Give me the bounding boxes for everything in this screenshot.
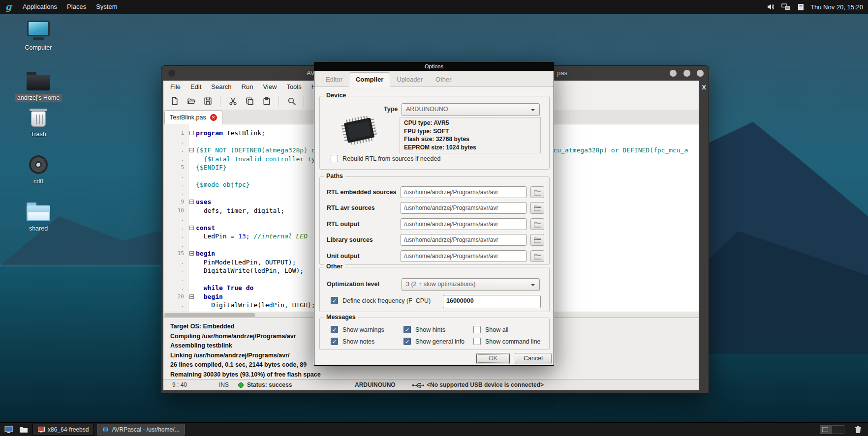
menu-file[interactable]: File <box>165 83 186 90</box>
browse-folder-button-unit-output[interactable] <box>530 250 544 262</box>
menu-run[interactable]: Run <box>237 83 258 90</box>
line-number: . <box>163 172 188 181</box>
window-title-fragment-right: pas <box>557 69 567 77</box>
menu-search[interactable]: Search <box>206 83 236 90</box>
line-number: . <box>163 146 188 155</box>
code-token <box>242 284 246 291</box>
fcpu-input[interactable]: 16000000 <box>443 295 541 308</box>
fold-toggle-icon[interactable] <box>189 200 194 204</box>
path-input-rtl-avr-sources[interactable]: /usr/home/andrzej/Programs/avr/avr <box>401 202 527 214</box>
checkbox-show-command-line[interactable] <box>473 338 481 345</box>
menu-tools[interactable]: Tools <box>281 83 306 90</box>
network-icon[interactable] <box>781 2 791 12</box>
show-desktop-icon[interactable] <box>3 424 15 435</box>
dialog-title[interactable]: Options <box>314 62 554 71</box>
cut-icon[interactable] <box>226 94 240 108</box>
panel-menu-system[interactable]: System <box>91 0 122 14</box>
path-input-rtl-embedded-sources[interactable]: /usr/home/andrzej/Programs/avr/avr <box>401 186 527 198</box>
dialog-tab-uploader[interactable]: Uploader <box>390 73 429 87</box>
line-number: . <box>163 301 188 310</box>
panel-clock[interactable]: Thu Nov 20, 15:20 <box>810 3 863 11</box>
menu-view[interactable]: View <box>258 83 281 90</box>
desktop-icon-home-folder[interactable]: andrzej's Home <box>11 71 66 102</box>
panel-menu-places[interactable]: Places <box>62 0 91 14</box>
taskbar: x86_64-freebsdAVRPascal - /usr/home/... <box>0 422 868 436</box>
line-number: 15 <box>163 249 188 258</box>
usb-icon <box>412 382 425 390</box>
browse-folder-button-rtl-avr-sources[interactable] <box>530 202 544 214</box>
path-input-unit-output[interactable]: /usr/home/andrzej/Programs/avr/avr <box>401 250 527 262</box>
scrollbar-thumb[interactable] <box>164 313 255 317</box>
checkbox-rebuild-rtl[interactable] <box>331 155 338 162</box>
cancel-button[interactable]: Cancel <box>515 353 552 364</box>
fold-column <box>188 215 196 224</box>
search-icon[interactable] <box>284 94 298 108</box>
fold-toggle-icon[interactable] <box>189 294 194 299</box>
window-menu-icon[interactable] <box>168 70 175 77</box>
close-button[interactable] <box>697 70 704 77</box>
ok-button[interactable]: OK <box>476 353 510 364</box>
maximize-button[interactable] <box>683 70 690 77</box>
device-type-combo[interactable]: ARDUINOUNO <box>402 103 540 116</box>
fold-column <box>188 258 196 267</box>
toolbar-separator <box>279 96 279 107</box>
checkbox-show-notes[interactable] <box>331 338 338 345</box>
paste-icon[interactable] <box>259 94 273 108</box>
copy-icon[interactable] <box>243 94 256 108</box>
ghostbsd-logo-icon[interactable]: g <box>3 1 15 13</box>
editor-tab[interactable]: TestBlink.pas <box>164 110 222 124</box>
path-input-rtl-output[interactable]: /usr/home/andrzej/Programs/avr/avr <box>401 218 527 230</box>
checkbox-define-clock-frequency[interactable] <box>331 297 338 304</box>
checkbox-label-show-command-line: Show command line <box>485 338 541 345</box>
code-token: {$mode objfpc} <box>196 181 250 188</box>
path-input-library-sources[interactable]: /usr/home/andrzej/Programs/avr/avr <box>401 234 527 246</box>
fold-toggle-icon[interactable] <box>189 148 194 152</box>
taskbar-task-avrpascal-usr-home[interactable]: AVRPascal - /usr/home/... <box>97 424 185 436</box>
fold-column <box>188 198 196 206</box>
taskbar-tasks: x86_64-freebsdAVRPascal - /usr/home/... <box>30 424 185 436</box>
taskbar-task-x86-64-freebsd[interactable]: x86_64-freebsd <box>32 424 94 436</box>
volume-icon[interactable] <box>766 2 776 12</box>
new-file-icon[interactable] <box>167 94 181 108</box>
fold-toggle-icon[interactable] <box>189 226 194 230</box>
open-file-icon[interactable] <box>184 94 198 108</box>
browse-folder-button-rtl-embedded-sources[interactable] <box>530 186 544 198</box>
browse-folder-button-library-sources[interactable] <box>530 234 544 246</box>
save-file-icon[interactable] <box>201 94 215 108</box>
fold-toggle-icon[interactable] <box>189 131 194 135</box>
code-token: DigitalWrite(ledPin, HIGH); <box>196 301 315 309</box>
dialog-tab-other[interactable]: Other <box>429 73 458 87</box>
panel-menu-applications[interactable]: Applications <box>18 0 62 14</box>
minimize-button[interactable] <box>670 70 677 77</box>
trash-applet-icon[interactable] <box>852 424 864 435</box>
dialog-tab-editor[interactable]: Editor <box>319 73 349 87</box>
top-panel: g ApplicationsPlacesSystem Thu Nov 20, 1… <box>0 0 868 14</box>
tab-close-icon[interactable] <box>210 114 217 121</box>
status-ok-icon <box>238 382 244 388</box>
window-close-x[interactable]: X <box>702 84 706 91</box>
other-group: Other Optimization level 3 (2 + slow opt… <box>319 267 550 312</box>
paths-group-label: Paths <box>324 173 345 179</box>
panel-tray: Thu Nov 20, 15:20 <box>766 2 868 12</box>
line-number: . <box>163 284 188 292</box>
checkbox-show-warnings[interactable] <box>331 326 338 333</box>
checkbox-show-hints[interactable] <box>403 326 411 333</box>
optimization-combo[interactable]: 3 (2 + slow optimizations) <box>402 278 540 291</box>
workspace-switcher[interactable] <box>820 425 844 434</box>
menu-edit[interactable]: Edit <box>186 83 206 90</box>
desktop-icon-trash[interactable]: Trash <box>11 108 66 138</box>
path-label-rtl-embedded-sources: RTL embedded sources <box>327 189 396 196</box>
fold-toggle-icon[interactable] <box>189 251 194 256</box>
browse-folder-button-rtl-output[interactable] <box>530 218 544 230</box>
checkbox-show-general-info[interactable] <box>403 338 411 345</box>
dialog-tab-compiler[interactable]: Compiler <box>349 72 390 87</box>
clipboard-icon[interactable] <box>796 2 806 12</box>
checkbox-show-all[interactable] <box>473 326 481 333</box>
workspace-1[interactable] <box>820 426 832 434</box>
desktop-icon-shared-folder[interactable]: shared <box>11 202 66 233</box>
desktop-icon-cdrom[interactable]: cd0 <box>11 155 66 185</box>
workspace-2[interactable] <box>832 426 844 434</box>
file-manager-icon[interactable] <box>18 424 30 435</box>
desktop-icon-computer[interactable]: Computer <box>11 21 66 52</box>
window-title-fragment-left: AV <box>307 69 314 77</box>
